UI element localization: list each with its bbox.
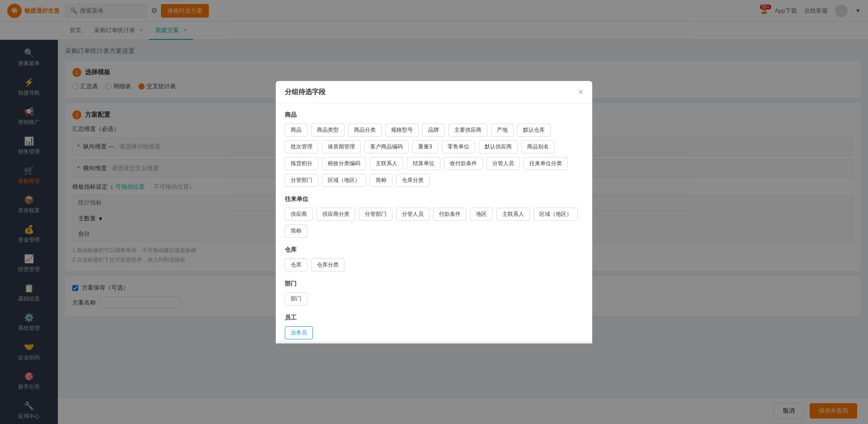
field-tags-0: 商品商品类型商品分类规格型号品牌主要供应商产地默认仓库批次管理保质期管理客户商品…: [285, 124, 583, 187]
field-section-title-3: 部门: [285, 280, 583, 288]
field-tag-0-10[interactable]: 客户商品编码: [364, 140, 409, 153]
field-tag-2-1[interactable]: 仓库分类: [311, 258, 344, 272]
field-section-title-4: 员工: [285, 314, 583, 322]
field-tags-1: 供应商供应商分类分管部门分管人员付款条件地区主联系人区域（地区）简称: [285, 208, 583, 238]
field-tag-0-5[interactable]: 主要供应商: [448, 124, 487, 137]
modal-header: 分组待选字段 ×: [276, 81, 592, 104]
field-tag-1-4[interactable]: 付款条件: [433, 208, 467, 221]
field-tag-0-24[interactable]: 简称: [370, 174, 392, 187]
modal-scrollbar-track: [276, 341, 592, 343]
field-tag-0-23[interactable]: 区域（地区）: [322, 174, 366, 187]
modal-dialog: 分组待选字段 × 商品商品商品类型商品分类规格型号品牌主要供应商产地默认仓库批次…: [276, 81, 592, 343]
field-tag-0-0[interactable]: 商品: [285, 124, 307, 137]
field-tag-1-5[interactable]: 地区: [470, 208, 493, 221]
field-tag-2-0[interactable]: 仓库: [285, 258, 307, 272]
field-tag-0-20[interactable]: 分管人员: [486, 157, 520, 170]
modal-close-button[interactable]: ×: [578, 87, 583, 97]
field-tag-1-3[interactable]: 分管人员: [396, 208, 429, 221]
field-tag-1-8[interactable]: 简称: [285, 224, 307, 238]
field-tag-1-7[interactable]: 区域（地区）: [533, 208, 578, 221]
modal-overlay: 分组待选字段 × 商品商品商品类型商品分类规格型号品牌主要供应商产地默认仓库批次…: [0, 0, 868, 424]
field-tag-0-9[interactable]: 保质期管理: [322, 140, 361, 153]
field-tag-0-22[interactable]: 分管部门: [285, 174, 318, 187]
field-tag-0-16[interactable]: 税收分类编码: [322, 157, 366, 170]
field-tags-4: 业务员: [285, 326, 583, 339]
field-tag-0-1[interactable]: 商品类型: [311, 124, 344, 137]
field-tag-0-17[interactable]: 主联系人: [370, 157, 403, 170]
field-tag-0-19[interactable]: 收付款条件: [444, 157, 483, 170]
field-tag-0-21[interactable]: 往来单位分类: [524, 157, 568, 170]
field-tag-4-0[interactable]: 业务员: [285, 326, 313, 339]
field-tag-0-13[interactable]: 默认供应商: [479, 140, 518, 153]
field-section-0: 商品商品商品类型商品分类规格型号品牌主要供应商产地默认仓库批次管理保质期管理客户…: [285, 111, 583, 187]
field-section-3: 部门部门: [285, 280, 583, 305]
field-section-4: 员工业务员: [285, 314, 583, 339]
field-tag-0-7[interactable]: 默认仓库: [517, 124, 551, 137]
field-tag-1-1[interactable]: 供应商分类: [316, 208, 355, 221]
field-tag-1-2[interactable]: 分管部门: [359, 208, 392, 221]
field-tag-0-15[interactable]: 拣货积分: [285, 157, 318, 170]
field-section-1: 往来单位供应商供应商分类分管部门分管人员付款条件地区主联系人区域（地区）简称: [285, 195, 583, 238]
field-tag-0-2[interactable]: 商品分类: [348, 124, 382, 137]
modal-body: 商品商品商品类型商品分类规格型号品牌主要供应商产地默认仓库批次管理保质期管理客户…: [276, 104, 592, 341]
field-tag-0-14[interactable]: 商品别名: [521, 140, 555, 153]
field-tag-0-25[interactable]: 仓库分类: [396, 174, 429, 187]
field-tag-0-18[interactable]: 结算单位: [407, 157, 440, 170]
field-section-title-0: 商品: [285, 111, 583, 119]
field-tag-0-11[interactable]: 重量3: [412, 140, 438, 153]
field-tag-3-0[interactable]: 部门: [285, 292, 307, 305]
field-tag-0-3[interactable]: 规格型号: [385, 124, 419, 137]
field-tag-0-6[interactable]: 产地: [491, 124, 514, 137]
field-tag-0-12[interactable]: 零售单位: [442, 140, 475, 153]
field-tag-1-0[interactable]: 供应商: [285, 208, 313, 221]
field-tag-1-6[interactable]: 主联系人: [496, 208, 530, 221]
field-section-2: 仓库仓库仓库分类: [285, 246, 583, 272]
field-tag-0-8[interactable]: 批次管理: [285, 140, 318, 153]
field-section-title-1: 往来单位: [285, 195, 583, 203]
field-tags-2: 仓库仓库分类: [285, 258, 583, 272]
field-tags-3: 部门: [285, 292, 583, 305]
field-tag-0-4[interactable]: 品牌: [422, 124, 445, 137]
field-section-title-2: 仓库: [285, 246, 583, 254]
modal-title: 分组待选字段: [285, 88, 326, 96]
